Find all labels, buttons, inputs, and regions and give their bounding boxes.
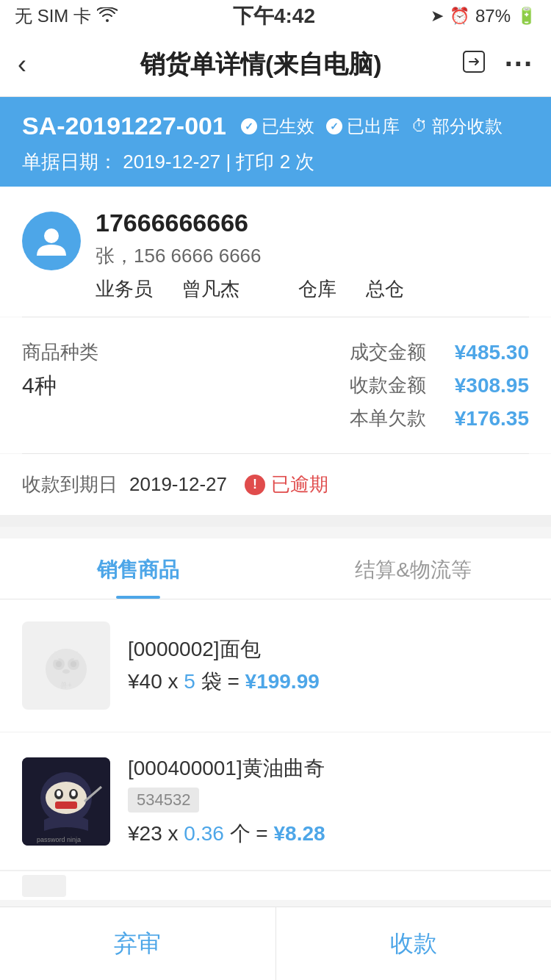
svg-point-1 — [44, 228, 59, 243]
product-thumb-1: 兽+ — [22, 621, 110, 710]
alarm-icon: ⏰ — [450, 7, 469, 26]
overdue-badge: ! 已逾期 — [245, 472, 328, 497]
due-section: 收款到期日 2019-12-27 ! 已逾期 — [0, 454, 551, 515]
placeholder-1: 兽+ — [22, 621, 110, 710]
unit-price-1: ¥40 — [128, 670, 162, 693]
equals-2: = — [256, 822, 273, 845]
product-name-2: [000400001]黄油曲奇 — [128, 754, 529, 782]
tabs-container: 销售商品 结算&物流等 — [0, 538, 551, 599]
received-value: ¥308.95 — [441, 374, 529, 397]
deal-amount-row: 成交金额 ¥485.30 — [350, 339, 529, 365]
total-1: ¥199.99 — [245, 670, 320, 693]
product-item-2: password ninja [000400001]黄油曲奇 534532 ¥2… — [0, 732, 551, 871]
qty-2: 0.36 — [184, 822, 224, 845]
battery-icon: 🔋 — [516, 7, 536, 26]
print-info: | 打印 2 次 — [226, 151, 314, 173]
svg-text:password ninja: password ninja — [37, 836, 81, 843]
status-right: ➤ ⏰ 87% 🔋 — [431, 6, 536, 26]
customer-name-phone: 张，156 6666 6666 — [96, 243, 529, 269]
unit-2: 个 — [230, 822, 251, 845]
unit-price-2: ¥23 — [128, 822, 162, 845]
warehouse-label: 仓库 — [298, 276, 336, 302]
qty-1: 5 — [184, 670, 195, 693]
received-label: 收款金额 — [350, 372, 426, 398]
multiply-1: x — [168, 670, 184, 693]
nav-bar: ‹ 销货单详情(来自电脑) ··· — [0, 32, 551, 97]
owed-value: ¥176.35 — [441, 407, 529, 430]
share-button[interactable] — [461, 48, 487, 81]
customer-meta: 业务员 曾凡杰 仓库 总仓 — [96, 276, 529, 302]
overdue-icon: ! — [245, 475, 265, 495]
date-label: 单据日期： — [22, 151, 118, 173]
product-price-2: ¥23 x 0.36 个 = ¥8.28 — [128, 820, 529, 848]
svg-point-15 — [71, 790, 76, 796]
status-badge-1: ✓ 已生效 — [241, 115, 314, 138]
collect-payment-button[interactable]: 收款 — [276, 907, 552, 980]
status-time: 下午4:42 — [233, 2, 315, 30]
unit-1: 袋 — [201, 670, 222, 693]
product-name-1: [0000002]面包 — [128, 635, 529, 663]
check-icon-2: ✓ — [326, 118, 342, 134]
header-banner: SA-20191227-001 ✓ 已生效 ✓ 已出库 ⏱ 部分收款 单据日期：… — [0, 97, 551, 187]
wifi-icon — [97, 6, 118, 26]
summary-left: 商品种类 4种 — [22, 339, 98, 401]
svg-point-7 — [62, 669, 70, 674]
product-thumb-2: password ninja — [22, 757, 110, 846]
svg-point-11 — [46, 782, 87, 814]
check-icon-1: ✓ — [241, 118, 257, 134]
status-badge-3: ⏱ 部分收款 — [411, 115, 503, 138]
svg-rect-16 — [55, 801, 77, 809]
partial-thumb — [22, 875, 66, 897]
order-id: SA-20191227-001 — [22, 112, 226, 140]
product-info-2: [000400001]黄油曲奇 534532 ¥23 x 0.36 个 = ¥8… — [128, 754, 529, 848]
product-price-1: ¥40 x 5 袋 = ¥199.99 — [128, 668, 529, 696]
svg-point-6 — [71, 661, 76, 667]
banner-date-row: 单据日期： 2019-12-27 | 打印 2 次 — [22, 149, 529, 175]
due-label: 收款到期日 — [22, 472, 118, 497]
svg-point-14 — [57, 790, 61, 796]
owed-row: 本单欠款 ¥176.35 — [350, 406, 529, 431]
product-code-1: [0000002] — [128, 638, 220, 660]
back-button[interactable]: ‹ — [18, 49, 62, 80]
customer-avatar — [22, 212, 81, 270]
deal-amount-label: 成交金额 — [350, 339, 426, 365]
product-types-label: 商品种类 — [22, 339, 98, 365]
product-code-2: [000400001] — [128, 757, 242, 779]
section-divider — [0, 515, 551, 527]
bottom-bar: 弃审 收款 — [0, 907, 551, 980]
banner-row1: SA-20191227-001 ✓ 已生效 ✓ 已出库 ⏱ 部分收款 — [22, 112, 529, 140]
salesperson-value: 曾凡杰 — [182, 276, 240, 302]
summary-section: 商品种类 4种 成交金额 ¥485.30 收款金额 ¥308.95 本单欠款 ¥… — [0, 317, 551, 453]
total-2: ¥8.28 — [273, 822, 325, 845]
product-types-value: 4种 — [22, 371, 98, 401]
location-icon: ➤ — [431, 7, 444, 26]
summary-right: 成交金额 ¥485.30 收款金额 ¥308.95 本单欠款 ¥176.35 — [350, 339, 529, 431]
product-info-1: [0000002]面包 ¥40 x 5 袋 = ¥199.99 — [128, 635, 529, 696]
due-date: 2019-12-27 — [129, 473, 227, 496]
customer-id: 17666666666 — [96, 209, 529, 237]
deal-amount-value: ¥485.30 — [441, 341, 529, 364]
salesperson-label: 业务员 — [96, 276, 153, 302]
svg-text:兽+: 兽+ — [60, 681, 72, 689]
abandon-review-button[interactable]: 弃审 — [0, 907, 276, 980]
status-bar: 无 SIM 卡 下午4:42 ➤ ⏰ 87% 🔋 — [0, 0, 551, 32]
customer-info: 17666666666 张，156 6666 6666 业务员 曾凡杰 仓库 总… — [96, 209, 529, 302]
battery-text: 87% — [475, 6, 511, 26]
product-item-1: 兽+ [0000002]面包 ¥40 x 5 袋 = ¥199.99 — [0, 599, 551, 732]
warehouse-value: 总仓 — [366, 276, 404, 302]
carrier-text: 无 SIM 卡 — [15, 4, 91, 28]
svg-point-5 — [56, 661, 62, 667]
received-row: 收款金额 ¥308.95 — [350, 372, 529, 398]
order-date: 2019-12-27 — [123, 151, 220, 173]
multiply-2: x — [168, 822, 184, 845]
batch-code-badge: 534532 — [128, 788, 199, 813]
product-list: 兽+ [0000002]面包 ¥40 x 5 袋 = ¥199.99 — [0, 599, 551, 900]
status-badge-2: ✓ 已出库 — [326, 115, 400, 138]
more-button[interactable]: ··· — [505, 48, 533, 81]
tab-sales-goods[interactable]: 销售商品 — [0, 538, 276, 599]
tab-settlement[interactable]: 结算&物流等 — [276, 538, 551, 599]
overdue-text: 已逾期 — [271, 472, 328, 497]
owed-label: 本单欠款 — [350, 406, 426, 431]
nav-actions: ··· — [461, 48, 533, 81]
page-title: 销货单详情(来自电脑) — [140, 48, 382, 82]
